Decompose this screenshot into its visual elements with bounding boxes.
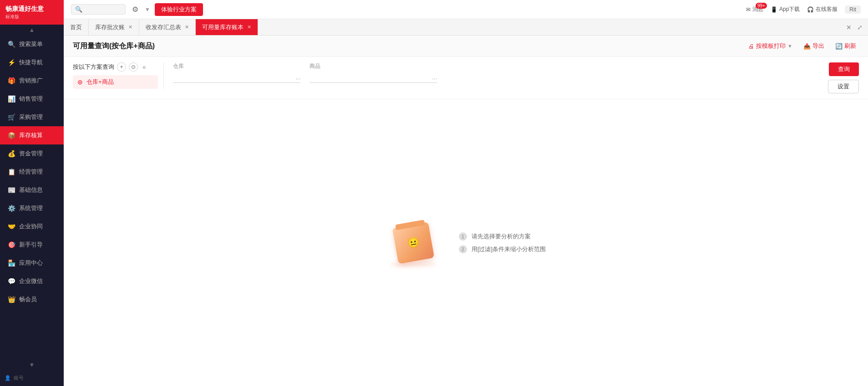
- sidebar-scroll-down[interactable]: ▼: [0, 360, 64, 370]
- tab-available-qty-label: 可用量库存账本: [202, 23, 244, 31]
- warehouse-field: 仓库 ...: [173, 62, 300, 83]
- tab-receive-summary-label: 收发存汇总表: [146, 23, 181, 31]
- scheme-item-label: 仓库+商品: [86, 78, 114, 86]
- export-label: 导出: [812, 42, 824, 50]
- sidebar-item-label: 资金管理: [19, 149, 43, 158]
- newbie-icon: 🎯: [7, 241, 15, 248]
- print-icon: 🖨: [748, 43, 754, 50]
- warehouse-input[interactable]: [173, 74, 293, 81]
- warehouse-input-wrapper: ...: [173, 72, 300, 83]
- product-label: 商品: [310, 62, 437, 70]
- sidebar-item-wechat[interactable]: 💬 企业微信: [0, 272, 64, 290]
- app-download-button[interactable]: 📱 App下载: [771, 5, 800, 13]
- tab-home[interactable]: 首页: [64, 19, 89, 35]
- field-settings-button[interactable]: 设置: [828, 80, 859, 93]
- sidebar-item-purchase[interactable]: 🛒 采购管理: [0, 108, 64, 126]
- warehouse-label: 仓库: [173, 62, 300, 70]
- tab-receive-summary[interactable]: 收发存汇总表 ✕: [139, 19, 196, 35]
- tab-available-qty-close[interactable]: ✕: [247, 24, 251, 30]
- export-button[interactable]: 📤 导出: [801, 40, 827, 52]
- sidebar-item-sales[interactable]: 📊 销售管理: [0, 90, 64, 108]
- sidebar-item-shortcut[interactable]: ⚡ 快捷导航: [0, 53, 64, 72]
- scheme-item-warehouse-product[interactable]: ⊛ 仓库+商品: [73, 75, 158, 89]
- sidebar-item-basic[interactable]: 📰 基础信息: [0, 181, 64, 199]
- enterprise-icon: 🤝: [7, 223, 15, 230]
- sidebar-bottom-icon: 👤: [5, 375, 11, 381]
- sidebar: 畅康通好生意 标准版 ▲ 🔍 搜索菜单 ⚡ 快捷导航 🎁 营销推广 📊 销售管理…: [0, 0, 64, 386]
- tab-bar-expand-button[interactable]: ⤢: [855, 22, 864, 33]
- empty-shadow: [391, 262, 436, 267]
- sidebar-item-label: 企业微信: [19, 277, 43, 285]
- add-scheme-button[interactable]: +: [117, 62, 126, 72]
- message-badge: 99+: [756, 3, 767, 9]
- scheme-item-icon: ⊛: [77, 78, 83, 86]
- tab-batch-ledger-close[interactable]: ✕: [128, 24, 132, 30]
- sidebar-item-marketing[interactable]: 🎁 营销推广: [0, 72, 64, 90]
- shortcut-icon: ⚡: [7, 59, 15, 66]
- query-button[interactable]: 查询: [829, 62, 859, 76]
- sidebar-item-system[interactable]: ⚙️ 系统管理: [0, 199, 64, 217]
- dropdown-chevron-icon[interactable]: ▼: [145, 6, 150, 13]
- sidebar-item-newbie[interactable]: 🎯 新手引导: [0, 236, 64, 254]
- message-button[interactable]: ✉ 消息 99+: [746, 5, 763, 13]
- sidebar-item-inventory[interactable]: 📦 库存核算: [0, 126, 64, 144]
- top-header: 🔍 ⚙ ▼ 体验行业方案 ✉ 消息 99+ 📱 App下载 🎧 在线客服 Rit: [64, 0, 868, 19]
- empty-step-1: 1 请先选择要分析的方案: [459, 232, 546, 241]
- sidebar-item-finance[interactable]: 💰 资金管理: [0, 144, 64, 163]
- product-input[interactable]: [310, 74, 429, 81]
- sidebar-item-label: 系统管理: [19, 204, 43, 212]
- empty-illustration: [386, 216, 441, 270]
- trial-industry-button[interactable]: 体验行业方案: [155, 3, 203, 16]
- appstore-icon: 🏪: [7, 259, 15, 267]
- sales-icon: 📊: [7, 95, 15, 103]
- headset-icon: 🎧: [807, 6, 814, 13]
- sidebar-bottom[interactable]: 👤 账号: [0, 370, 64, 386]
- online-service-button[interactable]: 🎧 在线客服: [807, 5, 838, 13]
- sidebar-version: 标准版: [5, 14, 19, 20]
- user-name: Rit: [849, 6, 856, 13]
- sidebar-header: 畅康通好生意 标准版: [0, 0, 64, 25]
- step-1-number: 1: [459, 232, 467, 241]
- filter-fields: 仓库 ... 商品 ...: [164, 62, 821, 83]
- search-box[interactable]: 🔍: [71, 4, 126, 15]
- page-title: 可用量查询(按仓库+商品): [73, 41, 155, 51]
- gear-button[interactable]: ⚙: [130, 4, 140, 15]
- sidebar-scroll-up[interactable]: ▲: [0, 25, 64, 35]
- tab-bar-end: ✕ ⤢: [844, 19, 868, 35]
- warehouse-ellipsis-button[interactable]: ...: [295, 74, 300, 81]
- collapse-panel-button[interactable]: «: [142, 63, 146, 71]
- sidebar-item-member[interactable]: 👑 畅会员: [0, 290, 64, 309]
- user-avatar[interactable]: Rit: [845, 5, 861, 14]
- step-2-text: 用[过滤]条件来缩小分析范围: [472, 245, 546, 253]
- empty-text: 1 请先选择要分析的方案 2 用[过滤]条件来缩小分析范围: [459, 232, 546, 253]
- filter-fields-row: 仓库 ... 商品 ...: [173, 62, 821, 83]
- sidebar-item-appstore[interactable]: 🏪 应用中心: [0, 254, 64, 272]
- sidebar-bottom-text: 账号: [14, 375, 24, 381]
- app-download-label: App下载: [779, 5, 800, 13]
- refresh-button[interactable]: 🔄 刷新: [832, 40, 859, 52]
- tab-home-label: 首页: [70, 23, 82, 31]
- product-ellipsis-button[interactable]: ...: [432, 74, 437, 81]
- basic-icon: 📰: [7, 186, 15, 194]
- tab-batch-ledger[interactable]: 库存批次账 ✕: [89, 19, 139, 35]
- sidebar-menu: 🔍 搜索菜单 ⚡ 快捷导航 🎁 营销推广 📊 销售管理 🛒 采购管理 📦 库存核…: [0, 35, 64, 360]
- sidebar-item-label: 营销推广: [19, 77, 43, 85]
- main-area: 🔍 ⚙ ▼ 体验行业方案 ✉ 消息 99+ 📱 App下载 🎧 在线客服 Rit: [64, 0, 868, 386]
- sidebar-item-label: 畅会员: [19, 295, 37, 304]
- wechat-icon: 💬: [7, 278, 15, 285]
- empty-step-2: 2 用[过滤]条件来缩小分析范围: [459, 245, 546, 253]
- plus-icon: +: [120, 64, 123, 70]
- scheme-settings-button[interactable]: ⊙: [129, 62, 138, 72]
- tab-receive-summary-close[interactable]: ✕: [185, 24, 189, 30]
- filter-scheme-title: 按以下方案查询 + ⊙ «: [73, 62, 158, 72]
- sidebar-item-enterprise[interactable]: 🤝 企业协同: [0, 217, 64, 236]
- tab-bar-close-all-button[interactable]: ✕: [844, 22, 853, 33]
- message-icon: ✉: [746, 6, 751, 13]
- sidebar-item-operations[interactable]: 📋 经营管理: [0, 163, 64, 181]
- template-print-button[interactable]: 🖨 按模板打印 ▼: [746, 40, 795, 52]
- product-input-wrapper: ...: [310, 72, 437, 83]
- sidebar-item-search[interactable]: 🔍 搜索菜单: [0, 35, 64, 53]
- tab-available-qty[interactable]: 可用量库存账本 ✕: [196, 19, 258, 35]
- finance-icon: 💰: [7, 150, 15, 157]
- search-input[interactable]: [84, 6, 121, 13]
